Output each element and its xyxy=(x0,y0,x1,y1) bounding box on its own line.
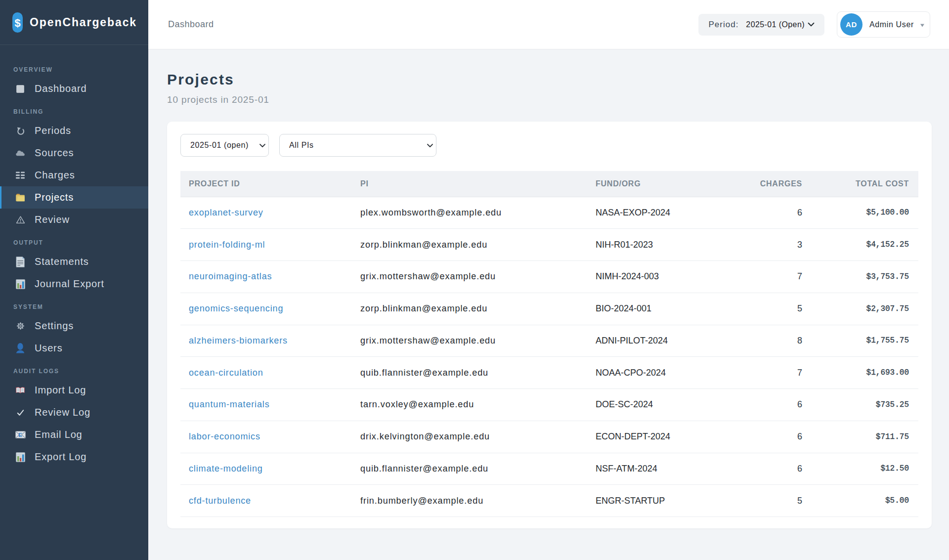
svg-text:$: $ xyxy=(14,16,20,29)
svg-text:E: E xyxy=(18,432,23,438)
